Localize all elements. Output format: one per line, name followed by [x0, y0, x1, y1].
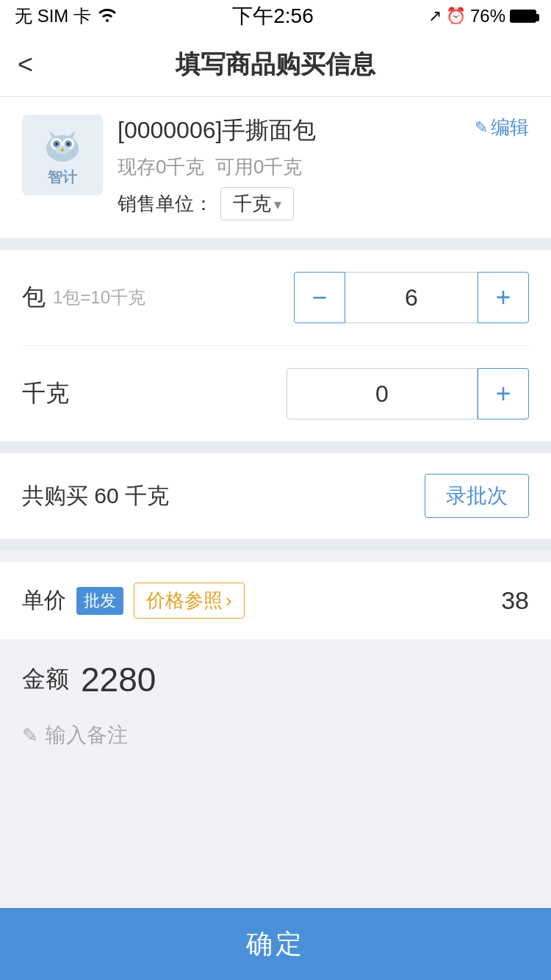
bag-label: 包 1包=10千克	[22, 281, 145, 314]
price-left: 单价 批发 价格参照 ›	[22, 583, 245, 619]
amount-value: 2280	[81, 660, 156, 699]
remark-placeholder: 输入备注	[46, 721, 128, 749]
bag-plus-button[interactable]: +	[478, 272, 529, 323]
summary-section: 共购买 60 千克 录批次	[0, 453, 551, 538]
price-tag: 批发	[76, 587, 123, 615]
status-left: 无 SIM 卡	[15, 4, 118, 28]
kg-plus-button[interactable]: +	[478, 368, 529, 419]
edit-button[interactable]: ✎ 编辑	[475, 115, 529, 140]
confirm-button[interactable]: 确定	[0, 908, 551, 980]
kg-controls: +	[287, 368, 529, 419]
page-title: 填写商品购买信息	[176, 48, 375, 82]
svg-marker-9	[49, 131, 57, 138]
svg-marker-10	[68, 131, 76, 138]
wifi-icon	[97, 6, 118, 26]
divider-3	[0, 538, 551, 550]
kg-input[interactable]	[287, 368, 478, 419]
price-label: 单价	[22, 586, 66, 616]
status-bar: 无 SIM 卡 下午2:56 ↗ ⏰ 76%	[0, 0, 551, 32]
product-name: [0000006]手撕面包	[118, 115, 529, 147]
input-section: 包 1包=10千克 − + 千克 +	[0, 250, 551, 442]
product-logo: 智计	[40, 123, 84, 187]
bag-controls: − +	[294, 272, 529, 323]
chevron-down-icon: ▾	[274, 195, 281, 213]
carrier-text: 无 SIM 卡	[15, 4, 91, 28]
status-right: ↗ ⏰ 76%	[428, 6, 536, 26]
product-unit: 销售单位： 千克 ▾	[118, 187, 529, 220]
bag-minus-button[interactable]: −	[294, 272, 345, 323]
back-button[interactable]: <	[18, 49, 33, 80]
status-time: 下午2:56	[232, 2, 314, 30]
bag-input[interactable]	[345, 272, 478, 323]
svg-point-6	[67, 143, 70, 145]
product-stock: 现存0千克 可用0千克	[118, 154, 529, 180]
battery-icon	[510, 10, 536, 23]
unit-select[interactable]: 千克 ▾	[220, 187, 294, 220]
amount-section: 金额 2280 ✎ 输入备注	[0, 639, 551, 757]
summary-text: 共购买 60 千克	[22, 481, 169, 511]
bag-input-row: 包 1包=10千克 − +	[22, 250, 529, 346]
kg-input-row: 千克 +	[22, 346, 529, 442]
batch-button[interactable]: 录批次	[425, 474, 529, 518]
product-info: [0000006]手撕面包 现存0千克 可用0千克 销售单位： 千克 ▾	[118, 115, 529, 220]
product-thumbnail: 智计	[22, 115, 103, 195]
bag-hint: 1包=10千克	[53, 286, 145, 309]
alarm-icon: ⏰	[446, 7, 466, 26]
svg-point-5	[55, 143, 58, 145]
kg-label: 千克	[22, 378, 69, 410]
pencil-icon: ✎	[22, 724, 38, 747]
battery-text: 76%	[470, 6, 505, 26]
product-section: 智计 [0000006]手撕面包 现存0千克 可用0千克 销售单位： 千克 ▾ …	[0, 97, 551, 238]
price-value: 38	[501, 586, 529, 615]
chevron-right-icon: ›	[226, 589, 232, 612]
nav-bar: < 填写商品购买信息	[0, 32, 551, 97]
divider-1	[0, 238, 551, 250]
remark-row[interactable]: ✎ 输入备注	[22, 714, 529, 757]
amount-row: 金额 2280	[22, 660, 529, 699]
edit-icon: ✎	[475, 118, 488, 137]
product-logo-text: 智计	[48, 167, 77, 187]
location-icon: ↗	[428, 7, 442, 26]
divider-2	[0, 442, 551, 453]
price-section: 单价 批发 价格参照 › 38	[0, 562, 551, 639]
price-ref-button[interactable]: 价格参照 ›	[134, 583, 245, 619]
amount-label: 金额	[22, 663, 69, 696]
